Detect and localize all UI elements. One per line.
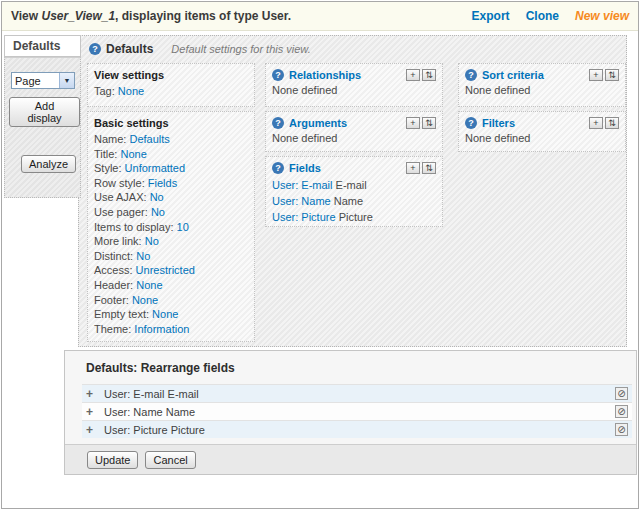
chevron-down-icon: ▼ [59, 73, 74, 88]
setting-label: Items to display: [94, 221, 173, 233]
remove-icon[interactable]: ⊘ [615, 405, 628, 418]
help-icon[interactable]: ? [272, 117, 284, 129]
drag-handle-icon[interactable]: + [82, 423, 104, 437]
drag-handle-icon[interactable]: + [82, 387, 104, 401]
add-argument-button[interactable]: + [406, 117, 420, 129]
setting-label: Access: [94, 264, 133, 276]
setting-value-link[interactable]: None [121, 148, 147, 160]
setting-row: Use pager: No [94, 205, 248, 220]
relationships-empty-text: None defined [272, 84, 436, 96]
view-name: User_View_1 [41, 9, 115, 23]
relationships-header: ? Relationships + ⇅ [272, 69, 436, 81]
help-icon[interactable]: ? [89, 43, 101, 55]
setting-value-link[interactable]: None [132, 294, 158, 306]
view-action-links: Export Clone New view [472, 9, 629, 23]
help-icon[interactable]: ? [465, 117, 477, 129]
setting-row: Empty text: None [94, 307, 248, 322]
setting-row: Use AJAX: No [94, 190, 248, 205]
sort-criteria-header: ? Sort criteria + ⇅ [465, 69, 619, 81]
setting-value-link[interactable]: Information [134, 323, 189, 335]
rearrange-fields-title: Defaults: Rearrange fields [65, 351, 636, 384]
rearrange-sorts-button[interactable]: ⇅ [605, 69, 619, 81]
rearrange-relationships-button[interactable]: ⇅ [422, 69, 436, 81]
setting-row: Style: Unformatted [94, 161, 248, 176]
add-field-button[interactable]: + [406, 162, 420, 174]
arguments-link[interactable]: Arguments [289, 117, 347, 129]
setting-value-link[interactable]: No [150, 191, 164, 203]
add-relationship-button[interactable]: + [406, 69, 420, 81]
setting-row: More link: No [94, 234, 248, 249]
filters-box: ? Filters + ⇅ None defined [458, 111, 626, 152]
rearrange-fields-form: Defaults: Rearrange fields + User: E-mai… [64, 350, 637, 475]
setting-row: Items to display: 10 [94, 220, 248, 235]
field-label-suffix: E-mail [336, 179, 367, 191]
setting-value-link[interactable]: Fields [148, 177, 177, 189]
basic-settings-box: Basic settings Name: Defaults Title: Non… [87, 111, 255, 342]
setting-value-link[interactable]: No [145, 235, 159, 247]
cancel-button[interactable]: Cancel [145, 451, 195, 469]
display-controls-sidebar: Page ▼ Add display Analyze [4, 57, 81, 198]
display-settings-panel: ? Defaults Default settings for this vie… [78, 35, 627, 347]
setting-label: Row style: [94, 177, 145, 189]
arguments-empty-text: None defined [272, 132, 436, 144]
setting-value-link[interactable]: Unformatted [125, 162, 186, 174]
tab-defaults[interactable]: Defaults [4, 35, 81, 57]
add-filter-button[interactable]: + [589, 117, 603, 129]
setting-value-link[interactable]: None [136, 279, 162, 291]
arguments-actions: + ⇅ [406, 117, 436, 129]
new-view-link[interactable]: New view [575, 9, 629, 23]
remove-icon[interactable]: ⊘ [615, 423, 628, 436]
update-button[interactable]: Update [87, 451, 138, 469]
export-link[interactable]: Export [472, 9, 510, 23]
setting-value-link[interactable]: 10 [177, 221, 189, 233]
clone-link[interactable]: Clone [526, 9, 559, 23]
drag-handle-icon[interactable]: + [82, 405, 104, 419]
field-label-suffix: Name [334, 195, 363, 207]
sort-criteria-actions: + ⇅ [589, 69, 619, 81]
filters-link[interactable]: Filters [482, 117, 515, 129]
setting-value-link[interactable]: Unrestricted [136, 264, 195, 276]
field-label-suffix: Picture [339, 211, 373, 223]
rearrange-filters-button[interactable]: ⇅ [605, 117, 619, 129]
add-sort-button[interactable]: + [589, 69, 603, 81]
setting-label: Title: [94, 148, 117, 160]
fields-link[interactable]: Fields [289, 162, 321, 174]
setting-label: More link: [94, 235, 142, 247]
table-row: + User: E-mail E-mail ⊘ [82, 384, 632, 402]
help-icon[interactable]: ? [272, 162, 284, 174]
field-link[interactable]: User: Name [272, 195, 331, 207]
setting-value-link[interactable]: No [151, 206, 165, 218]
setting-label: Footer: [94, 294, 129, 306]
field-link[interactable]: User: Picture [272, 211, 336, 223]
setting-row: Name: Defaults [94, 132, 248, 147]
rearrange-arguments-button[interactable]: ⇅ [422, 117, 436, 129]
remove-icon[interactable]: ⊘ [615, 387, 628, 400]
setting-row: Access: Unrestricted [94, 263, 248, 278]
setting-row: Footer: None [94, 293, 248, 308]
setting-value-link[interactable]: None [118, 85, 144, 97]
filters-header: ? Filters + ⇅ [465, 117, 619, 129]
setting-label: Empty text: [94, 308, 149, 320]
setting-value-link[interactable]: None [152, 308, 178, 320]
table-row: + User: Name Name ⊘ [82, 402, 632, 420]
view-settings-list: Tag: None [94, 84, 248, 99]
sort-criteria-link[interactable]: Sort criteria [482, 69, 544, 81]
display-type-select[interactable]: Page ▼ [11, 72, 75, 89]
basic-settings-list: Name: Defaults Title: None Style: Unform… [94, 132, 248, 336]
field-link[interactable]: User: E-mail [272, 179, 333, 191]
panel-title: Defaults [106, 42, 153, 56]
add-display-button[interactable]: Add display [9, 97, 80, 127]
basic-settings-title: Basic settings [94, 117, 248, 129]
setting-value-link[interactable]: No [136, 250, 150, 262]
rearrange-fields-button[interactable]: ⇅ [422, 162, 436, 174]
setting-row: Distinct: No [94, 249, 248, 264]
form-actions: Update Cancel [65, 444, 636, 474]
sort-criteria-box: ? Sort criteria + ⇅ None defined [458, 63, 626, 107]
setting-value-link[interactable]: Defaults [129, 133, 169, 145]
help-icon[interactable]: ? [465, 69, 477, 81]
views-edit-page: View User_View_1, displaying items of ty… [1, 1, 639, 509]
help-icon[interactable]: ? [272, 69, 284, 81]
relationships-link[interactable]: Relationships [289, 69, 361, 81]
analyze-button[interactable]: Analyze [21, 155, 76, 173]
fields-actions: + ⇅ [406, 162, 436, 174]
